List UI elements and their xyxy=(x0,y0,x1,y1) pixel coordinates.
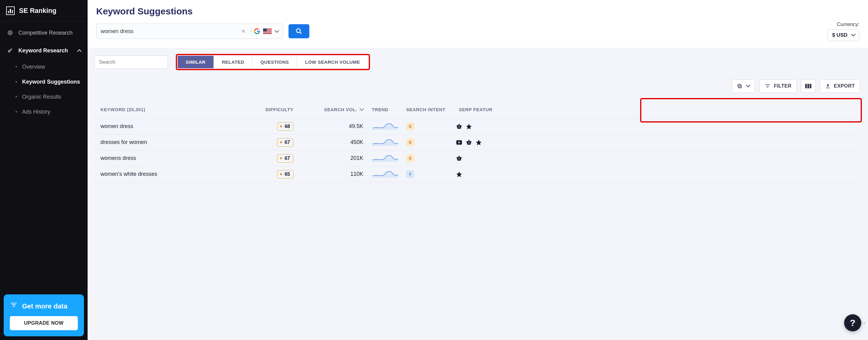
country-selector[interactable] xyxy=(263,28,278,35)
export-label: EXPORT xyxy=(834,83,855,89)
currency-value: $ USD xyxy=(832,32,847,38)
difficulty-cell: 67 xyxy=(257,138,306,147)
divider xyxy=(251,28,251,35)
brand: SE Ranking xyxy=(0,0,88,22)
keyword-cell: women dress xyxy=(94,123,257,130)
more-icon[interactable]: ⋮ xyxy=(860,320,866,325)
sidebar-item-ads-history[interactable]: Ads History xyxy=(0,104,88,120)
svg-rect-14 xyxy=(805,84,807,89)
sidebar-item-keyword-suggestions[interactable]: Keyword Suggestions xyxy=(0,74,88,89)
filter-label: FILTER xyxy=(774,83,792,89)
col-difficulty[interactable]: DIFFICULTY xyxy=(257,107,306,112)
brand-logo-icon xyxy=(6,6,15,15)
copy-dropdown-button[interactable] xyxy=(732,79,755,93)
difficulty-pill: 67 xyxy=(277,154,293,163)
sidebar-item-organic-results[interactable]: Organic Results xyxy=(0,89,88,104)
intent-cell: I xyxy=(404,170,456,178)
currency-selector[interactable]: $ USD xyxy=(828,29,860,41)
difficulty-cell: 67 xyxy=(257,154,306,163)
volume-cell: 201K xyxy=(306,155,367,161)
col-serp-features[interactable]: SERP FEATUR xyxy=(456,107,496,112)
col-trend[interactable]: TREND xyxy=(367,107,404,112)
tab-similar[interactable]: SIMILAR xyxy=(178,56,214,68)
difficulty-pill: 67 xyxy=(277,138,293,147)
google-icon xyxy=(254,28,260,34)
toolbar: FILTER EXPORT xyxy=(96,79,860,93)
svg-rect-13 xyxy=(738,84,741,87)
keyword-cell: dresses for women xyxy=(94,139,257,146)
chevron-down-icon xyxy=(274,28,278,35)
filter-search-input[interactable] xyxy=(99,59,164,65)
table-header: KEYWORD (25,301) DIFFICULTY SEARCH VOL. … xyxy=(94,101,861,119)
svg-rect-12 xyxy=(739,85,742,88)
volume-cell: 450K xyxy=(306,139,367,146)
col-search-intent[interactable]: SEARCH INTENT xyxy=(404,107,456,112)
tab-questions[interactable]: QUESTIONS xyxy=(252,56,297,68)
serp-cell xyxy=(456,155,496,162)
svg-rect-8 xyxy=(263,33,272,33)
serp-cell xyxy=(456,123,496,130)
topbar: ✕ Currency: $ USD xyxy=(88,22,868,48)
volume-cell: 49.5K xyxy=(306,123,367,130)
table-row[interactable]: womens dress67201KC xyxy=(94,150,861,166)
keyword-cell: womens dress xyxy=(94,155,257,161)
search-button[interactable] xyxy=(288,24,309,38)
difficulty-pill: 68 xyxy=(277,122,293,131)
table-row[interactable]: women dress6849.5KC xyxy=(94,119,861,134)
trend-cell xyxy=(367,153,404,163)
chevron-up-icon xyxy=(76,48,81,54)
upgrade-button[interactable]: UPGRADE NOW xyxy=(10,316,78,330)
filter-icon xyxy=(765,83,771,89)
svg-rect-16 xyxy=(810,84,812,89)
tab-related[interactable]: RELATED xyxy=(214,56,252,68)
intent-cell: C xyxy=(404,138,456,146)
nav: Competitive Research Keyword Research Ov… xyxy=(0,22,88,291)
chevron-down-icon xyxy=(359,107,363,112)
main: Keyword Suggestions ✕ Currency: xyxy=(88,0,868,340)
filter-icon xyxy=(10,301,18,311)
currency-label: Currency: xyxy=(837,22,860,28)
svg-rect-9 xyxy=(263,29,267,31)
tabs: SIMILAR RELATED QUESTIONS LOW SEARCH VOL… xyxy=(178,56,368,68)
svg-rect-15 xyxy=(807,84,809,89)
sidebar-item-keyword-research[interactable]: Keyword Research xyxy=(0,42,88,59)
cta-title: Get more data xyxy=(22,302,67,310)
intent-badge: C xyxy=(406,154,414,162)
cta-box: Get more data UPGRADE NOW xyxy=(4,295,84,336)
copy-icon xyxy=(737,83,742,89)
table-row[interactable]: dresses for women67450KC xyxy=(94,134,861,150)
difficulty-pill: 65 xyxy=(277,170,293,179)
intent-cell: C xyxy=(404,154,456,162)
serp-cell xyxy=(456,171,496,178)
columns-button[interactable] xyxy=(801,79,816,93)
flag-us-icon xyxy=(263,29,272,34)
export-button[interactable]: EXPORT xyxy=(820,79,860,93)
table-row[interactable]: women's white dresses65110KI xyxy=(94,166,861,182)
filter-button[interactable]: FILTER xyxy=(759,79,797,93)
sidebar-item-overview[interactable]: Overview xyxy=(0,59,88,74)
page-title: Keyword Suggestions xyxy=(88,0,868,22)
trend-cell xyxy=(367,121,404,131)
difficulty-cell: 68 xyxy=(257,122,306,131)
svg-point-1 xyxy=(9,32,11,34)
col-search-volume[interactable]: SEARCH VOL. xyxy=(306,107,367,112)
col-keyword[interactable]: KEYWORD (25,301) xyxy=(94,107,257,112)
filter-search-box xyxy=(94,56,168,69)
tabs-row: SIMILAR RELATED QUESTIONS LOW SEARCH VOL… xyxy=(94,54,861,70)
target-icon xyxy=(7,29,13,36)
clear-icon[interactable]: ✕ xyxy=(238,28,249,35)
columns-icon xyxy=(805,83,812,89)
serp-cell xyxy=(456,139,496,146)
help-button[interactable]: ? xyxy=(844,314,861,332)
key-icon xyxy=(7,47,13,54)
svg-point-10 xyxy=(297,29,301,33)
chevron-down-icon xyxy=(850,32,855,38)
results-table: KEYWORD (25,301) DIFFICULTY SEARCH VOL. … xyxy=(94,101,861,182)
upload-icon xyxy=(825,83,831,89)
intent-badge: C xyxy=(406,138,414,146)
keyword-input[interactable] xyxy=(101,28,238,35)
intent-cell: C xyxy=(404,123,456,130)
tab-low-search-volume[interactable]: LOW SEARCH VOLUME xyxy=(297,56,368,68)
sidebar-item-competitive-research[interactable]: Competitive Research xyxy=(0,24,88,42)
svg-point-0 xyxy=(8,31,12,35)
